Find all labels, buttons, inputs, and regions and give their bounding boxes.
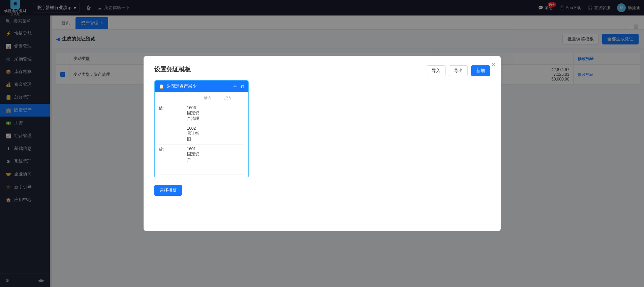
set-template-modal: × 设置凭证模板 导入 导出 新增 📋 5-固定资产减少 ✏ 🗑 借方 [144,56,501,231]
import-button[interactable]: 导入 [427,65,446,76]
template-entry-3: 贷: 1601 固定资产 [159,145,244,165]
select-template-button[interactable]: 选择模板 [154,185,182,196]
template-card-name: 5-固定资产减少 [167,83,197,89]
template-entry-4 [159,165,244,174]
template-card-header-actions: ✏ 🗑 [234,84,244,89]
template-entry-1: 借: 1606 固定资产清理 [159,103,244,124]
edit-template-icon[interactable]: ✏ [234,84,237,89]
template-file-icon: 📋 [159,84,164,89]
template-card-header: 📋 5-固定资产减少 ✏ 🗑 [155,81,248,92]
export-button[interactable]: 导出 [449,65,468,76]
modal-close-button[interactable]: × [492,61,495,68]
template-card-body: 借方 贷方 借: 1606 固定资产清理 1602 累计折旧 [155,92,248,178]
template-entry-2: 1602 累计折旧 [159,124,244,145]
modal-overlay[interactable]: × 设置凭证模板 导入 导出 新增 📋 5-固定资产减少 ✏ 🗑 借方 [0,0,644,287]
new-button[interactable]: 新增 [471,65,490,76]
modal-actions: 导入 导出 新增 [427,65,490,76]
select-template-area: 选择模板 [154,185,490,196]
template-card: 📋 5-固定资产减少 ✏ 🗑 借方 贷方 借: 1606 固定资产清理 [154,80,249,178]
delete-template-icon[interactable]: 🗑 [240,84,244,89]
